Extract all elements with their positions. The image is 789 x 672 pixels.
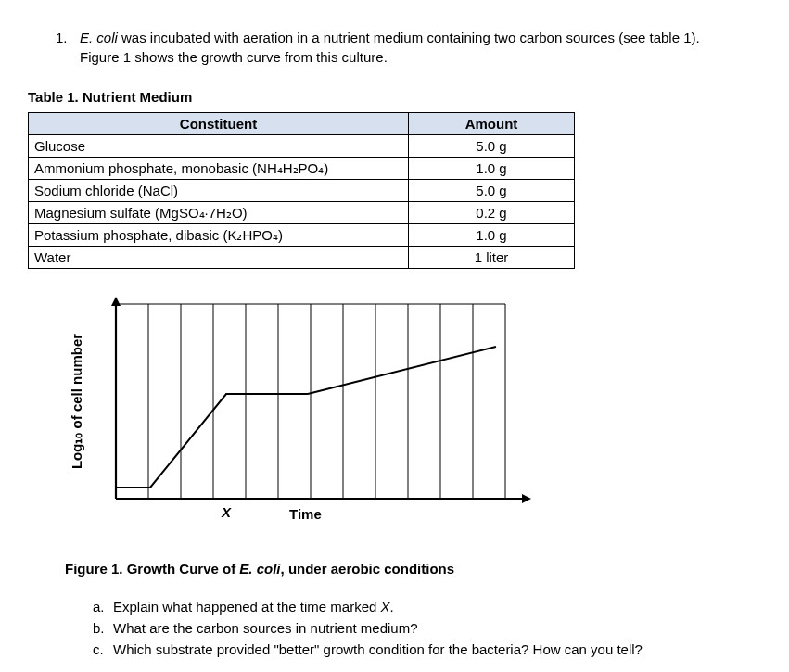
sub-questions: a. Explain what happened at the time mar…	[28, 597, 743, 659]
subq-c: c. Which substrate provided "better" gro…	[93, 640, 743, 659]
question: 1. E. coli was incubated with aeration i…	[28, 28, 743, 67]
figure-caption: Figure 1. Growth Curve of E. coli, under…	[28, 559, 743, 578]
table-row: Magnesium sulfate (MgSO₄·7H₂O)0.2 g	[29, 202, 575, 224]
question-number: 1.	[56, 28, 80, 67]
svg-text:Log₁₀ of cell number: Log₁₀ of cell number	[69, 334, 84, 469]
svg-text:Time: Time	[289, 506, 322, 522]
svg-marker-16	[111, 297, 121, 306]
question-text: E. coli was incubated with aeration in a…	[80, 28, 743, 67]
growth-chart: XTimeLog₁₀ of cell number	[65, 297, 743, 552]
nutrient-table: Constituent Amount Glucose5.0 g Ammonium…	[28, 112, 575, 269]
header-amount: Amount	[409, 113, 575, 135]
svg-text:X: X	[221, 504, 232, 520]
table-row: Sodium chloride (NaCl)5.0 g	[29, 180, 575, 202]
table-caption: Table 1. Nutrient Medium	[28, 87, 743, 107]
subq-a: a. Explain what happened at the time mar…	[93, 597, 743, 616]
chart-svg: XTimeLog₁₀ of cell number	[65, 297, 538, 547]
species-name: E. coli	[80, 30, 118, 45]
subq-b: b. What are the carbon sources in nutrie…	[93, 618, 743, 638]
svg-marker-17	[522, 494, 531, 503]
header-constituent: Constituent	[29, 113, 409, 135]
table-row: Water1 liter	[29, 247, 575, 269]
table-row: Potassium phosphate, dibasic (K₂HPO₄)1.0…	[29, 224, 575, 247]
table-row: Ammonium phosphate, monobasic (NH₄H₂PO₄)…	[29, 158, 575, 180]
table-row: Glucose5.0 g	[29, 135, 575, 158]
